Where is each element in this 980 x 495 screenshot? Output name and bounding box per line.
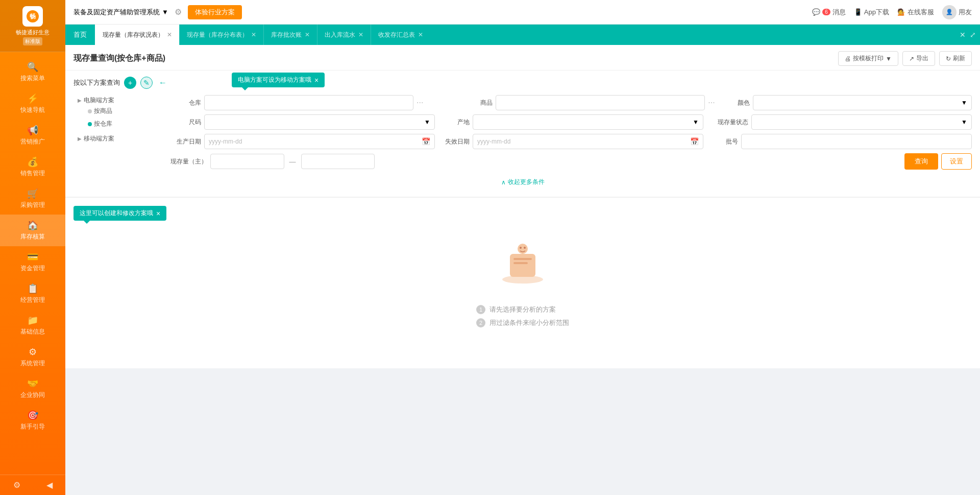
prod-date-start[interactable]: yyyy-mm-dd 📅 — [204, 134, 435, 149]
prod-date-calendar-icon: 📅 — [422, 137, 430, 146]
tab-batch-close[interactable]: ✕ — [305, 31, 310, 38]
close-all-tabs-btn[interactable]: ✕ — [960, 31, 966, 39]
tab-stock-status[interactable]: 现存量（库存状况表） ✕ — [95, 25, 179, 45]
collapse-icon: ∧ — [501, 179, 506, 186]
tab-stock-dist-close[interactable]: ✕ — [251, 31, 256, 38]
collapse-btn[interactable]: ∧ 收起更多条件 — [501, 178, 545, 186]
stock-status-field: 现存量状态 ▼ — [707, 114, 972, 130]
tab-batch[interactable]: 库存批次账 ✕ — [263, 25, 317, 45]
tab-stock-status-close[interactable]: ✕ — [167, 31, 172, 38]
edit-scheme-btn[interactable]: ✎ — [140, 77, 153, 89]
scheme-desktop-parent[interactable]: ▶ 电脑端方案 — [78, 95, 164, 106]
color-select[interactable]: ▼ — [753, 95, 972, 110]
batch-no-label: 批号 — [707, 137, 738, 146]
export-btn[interactable]: ↗ 导出 — [902, 51, 935, 66]
search-icon: 🔍 — [27, 61, 38, 73]
scheme-by-goods[interactable]: 按商品 — [88, 106, 164, 116]
scheme-by-goods-label: 按商品 — [94, 107, 112, 115]
header-settings-icon[interactable]: ⚙ — [175, 7, 182, 17]
scheme-dot — [88, 109, 92, 113]
system-title-chevron: ▼ — [162, 8, 168, 16]
empty-state: 1 请先选择要分析的方案 2 用过滤条件来缩小分析范围 — [65, 198, 980, 368]
filter-fields: 仓库 ··· 商品 ··· — [170, 95, 972, 170]
trial-button[interactable]: 体验行业方案 — [188, 5, 242, 19]
message-badge: 6 — [822, 9, 830, 15]
tab-batch-label: 库存批次账 — [271, 31, 302, 39]
prod-date-field: 生产日期 yyyy-mm-dd 📅 — [170, 134, 435, 149]
top-header: 装备及固定资产辅助管理系统 ▼ ⚙ 体验行业方案 💬 6 消息 📱 App下载 … — [65, 0, 980, 25]
sidebar-item-label: 销售管理 — [20, 169, 45, 178]
tab-inout-close[interactable]: ✕ — [358, 31, 363, 38]
step-2-num: 2 — [476, 318, 485, 327]
sidebar-item-basic[interactable]: 📁 基础信息 — [0, 310, 65, 341]
sidebar-item-funds[interactable]: 💳 资金管理 — [0, 246, 65, 278]
tab-summary-label: 收发存汇总表 — [378, 31, 415, 39]
goods-select[interactable] — [496, 95, 705, 110]
empty-step-1: 1 请先选择要分析的方案 — [476, 305, 569, 314]
tab-home[interactable]: 首页 — [65, 25, 95, 45]
stock-qty-to[interactable] — [301, 154, 375, 169]
step-2-text: 用过滤条件来缩小分析范围 — [489, 318, 569, 327]
sidebar-item-purchase[interactable]: 🛒 采购管理 — [0, 183, 65, 215]
collapse-row: ∧ 收起更多条件 — [74, 174, 972, 191]
expire-date-placeholder: yyyy-mm-dd — [477, 138, 510, 145]
sidebar-item-inventory[interactable]: 🏠 库存核算 — [0, 215, 65, 246]
refresh-btn[interactable]: ↻ 刷新 — [939, 51, 972, 66]
batch-no-input[interactable] — [741, 134, 972, 149]
stock-qty-from[interactable] — [210, 154, 284, 169]
expire-date-start[interactable]: yyyy-mm-dd 📅 — [473, 134, 703, 149]
back-btn[interactable]: ← — [157, 77, 169, 89]
tab-inout[interactable]: 出入库流水 ✕ — [317, 25, 371, 45]
warehouse-dots[interactable]: ··· — [416, 98, 423, 107]
sidebar-item-search[interactable]: 🔍 搜索菜单 — [0, 56, 65, 88]
sidebar-item-label: 经营管理 — [20, 296, 45, 304]
sidebar-item-system[interactable]: ⚙ 系统管理 — [0, 341, 65, 373]
customer-service-btn[interactable]: 💁 在线客服 — [897, 8, 934, 17]
sidebar-item-nav[interactable]: ⚡ 快速导航 — [0, 88, 65, 120]
add-scheme-btn[interactable]: + — [124, 77, 136, 89]
messages-btn[interactable]: 💬 6 消息 — [812, 8, 846, 17]
settings-footer-btn[interactable]: ⚙ — [13, 480, 20, 490]
origin-select[interactable]: ▼ — [473, 114, 703, 130]
tab-summary[interactable]: 收发存汇总表 ✕ — [371, 25, 430, 45]
purchase-icon: 🛒 — [27, 188, 38, 199]
reset-button[interactable]: 设置 — [941, 153, 972, 170]
system-title-select[interactable]: 装备及固定资产辅助管理系统 ▼ — [74, 8, 168, 17]
app-download-btn[interactable]: 📱 App下载 — [854, 8, 889, 17]
expire-date-field: 失效日期 yyyy-mm-dd 📅 — [439, 134, 703, 149]
filter-buttons: 查询 设置 — [904, 153, 972, 170]
refresh-label: 刷新 — [953, 54, 965, 63]
sidebar-item-sales[interactable]: 💰 销售管理 — [0, 151, 65, 183]
fullscreen-btn[interactable]: ⤢ — [970, 31, 976, 39]
stock-status-select[interactable]: ▼ — [751, 114, 972, 130]
user-btn[interactable]: 👤 用友 — [942, 5, 972, 19]
scheme-dot-2 — [88, 122, 92, 126]
sidebar-item-operations[interactable]: 📋 经营管理 — [0, 278, 65, 310]
message-label: 消息 — [832, 8, 846, 17]
size-select[interactable]: ▼ — [204, 114, 435, 130]
logo-icon: 畅 — [22, 6, 43, 27]
scheme-by-warehouse[interactable]: 按仓库 — [88, 119, 164, 129]
sidebar-item-label: 快速导航 — [20, 106, 45, 114]
sidebar-item-collab[interactable]: 🤝 企业协同 — [0, 373, 65, 405]
nav-icon: ⚡ — [27, 93, 38, 104]
svg-rect-3 — [510, 254, 535, 277]
scheme-mobile-parent[interactable]: ▶ 移动端方案 — [78, 133, 164, 144]
warehouse-field: 仓库 ··· — [170, 95, 423, 110]
collapse-sidebar-btn[interactable]: ◀ — [46, 480, 53, 490]
warehouse-select[interactable] — [204, 95, 413, 110]
tab-stock-dist[interactable]: 现存量（库存分布表） ✕ — [179, 25, 263, 45]
sidebar-item-marketing[interactable]: 📢 营销推广 — [0, 120, 65, 151]
tooltip-1-close[interactable]: × — [314, 76, 318, 84]
goods-dots[interactable]: ··· — [708, 98, 715, 107]
logo-badge: 标准版 — [23, 37, 42, 45]
empty-steps: 1 请先选择要分析的方案 2 用过滤条件来缩小分析范围 — [476, 305, 569, 327]
sidebar-item-guide[interactable]: 🎯 新手引导 — [0, 405, 65, 436]
mobile-icon: 📱 — [854, 8, 862, 16]
tooltip-2-close[interactable]: × — [156, 209, 160, 218]
print-btn[interactable]: 🖨 按模板打印 ▼ — [838, 51, 898, 66]
tab-summary-close[interactable]: ✕ — [418, 31, 423, 38]
origin-chevron: ▼ — [693, 119, 699, 126]
page-inner: 现存量查询(按仓库+商品) 🖨 按模板打印 ▼ ↗ 导出 ↻ 刷新 — [65, 45, 980, 368]
search-button[interactable]: 查询 — [904, 153, 938, 170]
